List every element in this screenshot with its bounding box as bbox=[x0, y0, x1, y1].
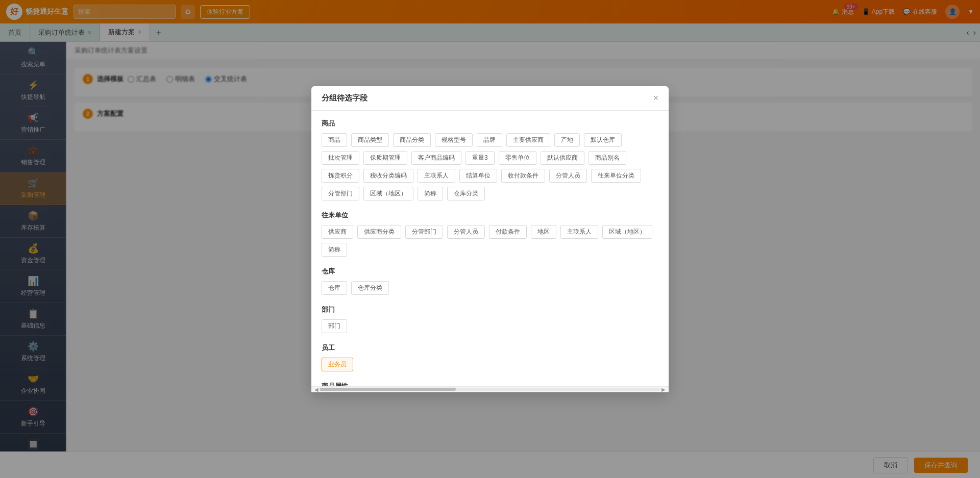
section-warehouse: 仓库 仓库 仓库分类 bbox=[322, 267, 658, 295]
section-product-title: 商品 bbox=[322, 119, 658, 128]
field-payment-condition[interactable]: 付款条件 bbox=[489, 225, 527, 239]
field-retail-unit[interactable]: 零售单位 bbox=[499, 151, 536, 165]
field-supplier[interactable]: 供应商 bbox=[322, 225, 353, 239]
field-product-alias[interactable]: 商品别名 bbox=[589, 151, 626, 165]
hscroll-thumb bbox=[320, 388, 456, 391]
field-settle-unit[interactable]: 结算单位 bbox=[459, 169, 497, 183]
section-employee: 员工 业务员 bbox=[322, 343, 658, 371]
field-batch-mgmt[interactable]: 批次管理 bbox=[322, 151, 359, 165]
field-warehouse[interactable]: 仓库 bbox=[322, 281, 347, 295]
field-dept-manage[interactable]: 分管部门 bbox=[405, 225, 443, 239]
dialog-horizontal-scrollbar[interactable]: ◀ ▶ bbox=[311, 386, 669, 392]
field-short-name2[interactable]: 简称 bbox=[322, 243, 347, 257]
field-default-supplier[interactable]: 默认供应商 bbox=[541, 151, 584, 165]
field-brand[interactable]: 品牌 bbox=[477, 133, 502, 147]
field-area[interactable]: 地区 bbox=[531, 225, 556, 239]
field-salesperson[interactable]: 业务员 bbox=[322, 358, 353, 371]
field-product-type[interactable]: 商品类型 bbox=[351, 133, 389, 147]
dialog-body[interactable]: 商品 商品 商品类型 商品分类 规格型号 品牌 主要供应商 产地 默认仓库 批次… bbox=[311, 111, 669, 386]
section-product-attr: 商品属性 属性 颜色 多规格 尺码 鞋码 1 bbox=[322, 382, 658, 386]
section-product-fields: 商品 商品类型 商品分类 规格型号 品牌 主要供应商 产地 默认仓库 批次管理 … bbox=[322, 133, 658, 200]
field-manage-dept[interactable]: 分管部门 bbox=[322, 187, 359, 200]
field-main-contact2[interactable]: 主联系人 bbox=[560, 225, 598, 239]
hscroll-left-arrow[interactable]: ◀ bbox=[313, 387, 320, 392]
field-product[interactable]: 商品 bbox=[322, 133, 347, 147]
field-supervisor[interactable]: 分管人员 bbox=[549, 169, 587, 183]
section-employee-title: 员工 bbox=[322, 343, 658, 353]
field-person-manage[interactable]: 分管人员 bbox=[447, 225, 485, 239]
dialog-title: 分组待选字段 bbox=[322, 93, 368, 103]
field-select-dialog: 分组待选字段 × 商品 商品 商品类型 商品分类 规格型号 品牌 主要供应商 产… bbox=[311, 86, 669, 392]
section-department: 部门 部门 bbox=[322, 305, 658, 333]
field-short-name[interactable]: 简称 bbox=[418, 187, 443, 200]
section-department-title: 部门 bbox=[322, 305, 658, 314]
section-warehouse-fields: 仓库 仓库分类 bbox=[322, 281, 658, 295]
field-department[interactable]: 部门 bbox=[322, 319, 347, 333]
field-main-contact[interactable]: 主联系人 bbox=[418, 169, 455, 183]
dialog-header: 分组待选字段 × bbox=[311, 86, 669, 111]
hscroll-track bbox=[320, 388, 660, 391]
section-partner: 往来单位 供应商 供应商分类 分管部门 分管人员 付款条件 地区 主联系人 区域… bbox=[322, 211, 658, 257]
section-partner-title: 往来单位 bbox=[322, 211, 658, 220]
field-tax-code[interactable]: 税收分类编码 bbox=[363, 169, 413, 183]
field-supplier-category[interactable]: 供应商分类 bbox=[357, 225, 401, 239]
field-main-supplier[interactable]: 主要供应商 bbox=[506, 133, 550, 147]
field-customer-code[interactable]: 客户商品编码 bbox=[411, 151, 461, 165]
field-weight3[interactable]: 重量3 bbox=[465, 151, 495, 165]
field-spec-model[interactable]: 规格型号 bbox=[435, 133, 473, 147]
field-origin[interactable]: 产地 bbox=[554, 133, 580, 147]
field-default-warehouse[interactable]: 默认仓库 bbox=[584, 133, 622, 147]
field-expiry-mgmt[interactable]: 保质期管理 bbox=[363, 151, 407, 165]
field-payment-terms[interactable]: 收付款条件 bbox=[501, 169, 545, 183]
dialog-close-button[interactable]: × bbox=[653, 93, 658, 103]
hscroll-right-arrow[interactable]: ▶ bbox=[660, 387, 667, 392]
field-partner-category[interactable]: 往来单位分类 bbox=[591, 169, 641, 183]
field-product-category[interactable]: 商品分类 bbox=[393, 133, 431, 147]
section-product: 商品 商品 商品类型 商品分类 规格型号 品牌 主要供应商 产地 默认仓库 批次… bbox=[322, 119, 658, 200]
section-partner-fields: 供应商 供应商分类 分管部门 分管人员 付款条件 地区 主联系人 区域（地区） … bbox=[322, 225, 658, 257]
field-region-area[interactable]: 区域（地区） bbox=[363, 187, 413, 200]
field-region2[interactable]: 区域（地区） bbox=[602, 225, 652, 239]
section-department-fields: 部门 bbox=[322, 319, 658, 333]
modal-overlay: 分组待选字段 × 商品 商品 商品类型 商品分类 规格型号 品牌 主要供应商 产… bbox=[0, 0, 980, 478]
section-product-attr-title: 商品属性 bbox=[322, 382, 658, 386]
field-pick-points[interactable]: 拣货积分 bbox=[322, 169, 359, 183]
section-employee-fields: 业务员 bbox=[322, 358, 658, 371]
field-warehouse-cat[interactable]: 仓库分类 bbox=[351, 281, 389, 295]
section-warehouse-title: 仓库 bbox=[322, 267, 658, 276]
field-warehouse-category[interactable]: 仓库分类 bbox=[447, 187, 485, 200]
